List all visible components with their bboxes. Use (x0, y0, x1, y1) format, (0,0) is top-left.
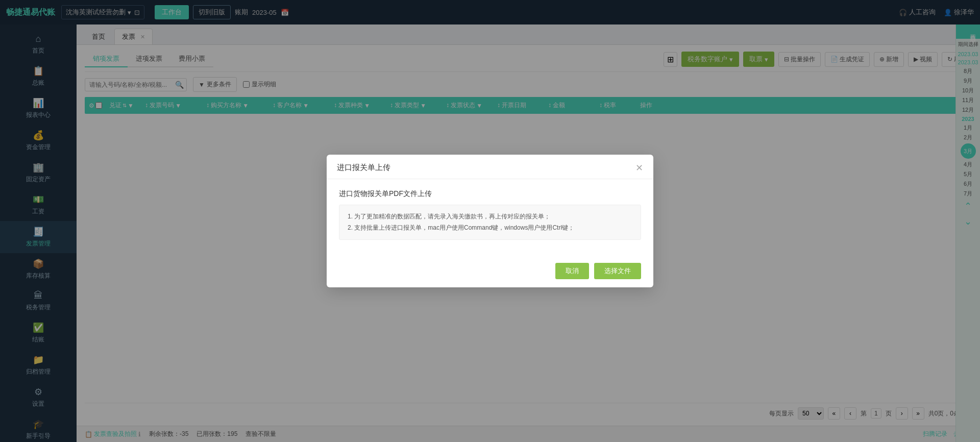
modal-close-button[interactable]: ✕ (635, 163, 643, 173)
modal-body: 进口货物报关单PDF文件上传 1. 为了更加精准的数据匹配，请先录入海关缴款书，… (327, 179, 653, 255)
modal-title: 进口报关单上传 (337, 163, 390, 173)
import-customs-modal: 进口报关单上传 ✕ 进口货物报关单PDF文件上传 1. 为了更加精准的数据匹配，… (327, 155, 653, 287)
modal-footer: 取消 选择文件 (327, 255, 653, 287)
notice-box: 1. 为了更加精准的数据匹配，请先录入海关缴款书，再上传对应的报关单； 2. 支… (339, 205, 641, 240)
modal-cancel-button[interactable]: 取消 (555, 263, 589, 279)
modal-overlay: 进口报关单上传 ✕ 进口货物报关单PDF文件上传 1. 为了更加精准的数据匹配，… (0, 0, 980, 442)
notice-item-1: 1. 为了更加精准的数据匹配，请先录入海关缴款书，再上传对应的报关单； (348, 211, 632, 223)
modal-select-file-button[interactable]: 选择文件 (594, 263, 641, 279)
file-upload-title: 进口货物报关单PDF文件上传 (339, 189, 641, 199)
notice-item-2: 2. 支持批量上传进口报关单，mac用户使用Command键，windows用户… (348, 223, 632, 234)
modal-header: 进口报关单上传 ✕ (327, 155, 653, 179)
